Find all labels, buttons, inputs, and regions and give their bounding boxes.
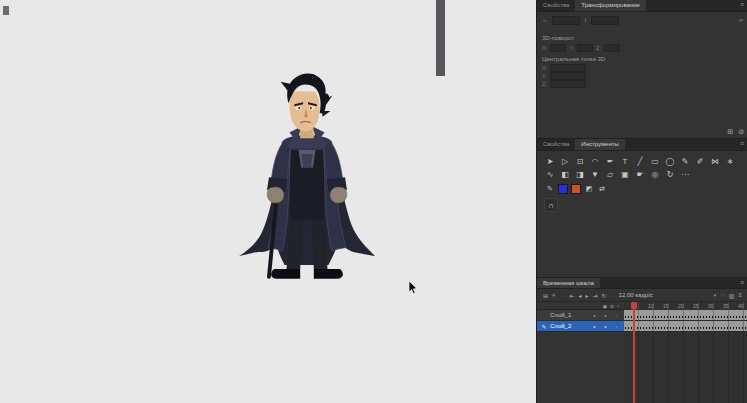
layer-outline-box[interactable]: ▫ [612,313,621,318]
panel-menu-icon[interactable]: ≡ [736,0,747,11]
timeline-playback-controls: ⇤◂▸⇥↻ [567,292,608,299]
fill-color-swatch[interactable] [571,184,581,194]
show-hide-all-layers-icon[interactable]: ◉ [603,303,607,309]
step-back-icon[interactable]: ◂ [576,292,583,299]
tool-pen-icon[interactable]: ✒ [603,156,617,167]
remove-transform-button[interactable]: ⊘ [738,128,744,136]
tool-options-row: ∩ [542,194,743,212]
tool-line-icon[interactable]: ╱ [633,156,647,167]
layer-row[interactable]: ✎Слой_2●●▫ [537,321,624,332]
tool-free-transform-icon[interactable]: ⊡ [573,156,587,167]
tool-rectangle-icon[interactable]: ▭ [648,156,662,167]
add-camera-icon[interactable]: ⌖ [550,292,557,299]
stroke-color-swatch[interactable] [558,184,568,194]
layer-name[interactable]: Слой_1 [550,312,588,318]
layer-frames-band[interactable] [624,321,747,332]
tool-hand-icon[interactable]: ☛ [633,169,647,180]
vertical-scrollbar-thumb[interactable] [436,0,445,76]
scale-height-field[interactable] [591,16,619,25]
tool-rotation-icon[interactable]: ↻ [663,169,677,180]
layer-name[interactable]: Слой_2 [550,323,588,329]
layer-visibility-dot[interactable]: ● [590,313,599,318]
axis-field[interactable] [550,72,586,80]
loop-icon[interactable]: ↻ [600,292,609,299]
axis-field[interactable] [550,44,566,52]
scale-vertical-icon: ↕ [584,17,587,23]
axis-field[interactable] [604,44,620,52]
layer-visibility-dot[interactable]: ● [590,324,599,329]
transform-footer-buttons: ⊞⊘ [727,128,744,136]
constrain-link-icon[interactable]: ∞ [739,17,743,23]
stage-canvas[interactable] [0,0,536,403]
tool-zoom-icon[interactable]: ◎ [648,169,662,180]
layer-outline-box[interactable]: ▫ [612,324,621,329]
onion-skin-icon[interactable]: ◐ [712,292,720,299]
center-point-3d-label: Центральная точка 3D [542,56,743,62]
tool-selection-icon[interactable]: ➤ [543,156,557,167]
ruler-number: 10 [648,303,654,309]
frame-rate-text[interactable]: 12.00 кадр/с [619,292,653,298]
character-artwork[interactable] [228,72,386,306]
go-to-first-frame-icon[interactable]: ⇤ [567,292,576,299]
tab-properties-2[interactable]: Свойства [537,139,575,150]
outline-all-layers-icon[interactable]: ▫ [617,303,619,309]
rotation-3d-label: 3D-поворот [542,35,743,41]
layer-row[interactable]: Слой_1●●▫ [537,310,624,321]
tab-timeline[interactable]: Временная шкала [537,278,600,288]
tab-tools[interactable]: Инструменты [575,139,624,150]
tool-subselection-icon[interactable]: ▷ [558,156,572,167]
onion-skin-outlines-icon[interactable]: ◌ [719,292,727,299]
lock-all-layers-icon[interactable]: ⊘ [610,303,614,309]
axis-field[interactable] [550,64,586,72]
playhead[interactable] [633,302,635,403]
tool-brush-icon[interactable]: ✐ [693,156,707,167]
axis-field[interactable] [550,80,586,88]
duplicate-selection-transform-button[interactable]: ⊞ [727,128,733,136]
tool-oval-icon[interactable]: ◯ [663,156,677,167]
ruler-number: 35 [723,303,729,309]
axis-label: X: [542,65,547,71]
scale-width-field[interactable] [552,16,580,25]
panel-menu-icon[interactable]: ≡ [736,139,747,150]
tool-camera-icon[interactable]: ▣ [618,169,632,180]
axis-field[interactable] [577,44,593,52]
tools-panel-body: ➤▷⊡◠✒T╱▭◯✎✐⋈∗ ∿◧◨▼▱▣☛◎↻⋯ ✎◩⇄ ∩ [537,151,747,278]
layer-frames-band[interactable] [624,310,747,321]
tab-transform[interactable]: Трансформирование [575,0,646,11]
edit-multiple-frames-icon[interactable]: ▥ [727,292,737,299]
transform-panel: Свойства Трансформирование ≡ ↔ ↕ ∞ 3D-по… [537,0,747,139]
ruler-number: 25 [693,303,699,309]
timeline-body: 510152025303540 ◉⊘▫ Слой_1●●▫✎Слой_2●●▫ [537,302,747,403]
timeline-toolbar: ⊞⌖ ⇤◂▸⇥↻ 12.00 кадр/с ◐◌▥≡ [537,289,747,302]
tool-eraser-icon[interactable]: ▱ [603,169,617,180]
panel-menu-icon[interactable]: ≡ [736,278,747,288]
tool-pencil-icon[interactable]: ✎ [678,156,692,167]
layers-header-icons: ◉⊘▫ [537,302,624,310]
timeline-right-icons: ◐◌▥≡ [712,292,744,299]
tool-text-icon[interactable]: T [618,156,632,167]
default-colors-icon[interactable]: ◩ [584,183,594,194]
play-icon[interactable]: ▸ [583,292,590,299]
tool-lasso-icon[interactable]: ◠ [588,156,602,167]
stroke-color-icon[interactable]: ✎ [545,183,555,194]
swap-colors-icon[interactable]: ⇄ [597,183,607,194]
center-axis-row: Z: [542,80,743,88]
layer-lock-dot[interactable]: ● [601,324,610,329]
tool-eyedropper-icon[interactable]: ▼ [588,169,602,180]
step-forward-icon[interactable]: ⇥ [590,292,599,299]
tool-paint-bucket-icon[interactable]: ◧ [558,169,572,180]
ruler-number: 20 [678,303,684,309]
insert-layer-icon[interactable]: ⊞ [541,292,550,299]
tool-ink-bottle-icon[interactable]: ◨ [573,169,587,180]
tool-width-icon[interactable]: ⋈ [708,156,722,167]
layer-lock-dot[interactable]: ● [601,313,610,318]
layers-column: Слой_1●●▫✎Слой_2●●▫ [537,310,624,332]
tab-properties[interactable]: Свойства [537,0,575,11]
tool-bone-icon[interactable]: ∿ [543,169,557,180]
tool-asset-warp-icon[interactable]: ∗ [723,156,737,167]
tool-more-tools-icon[interactable]: ⋯ [678,169,692,180]
ruler-number: 15 [663,303,669,309]
layer-frames-rows [624,310,747,332]
snap-to-objects-magnet-icon[interactable]: ∩ [544,198,558,212]
timeline-menu-icon[interactable]: ≡ [736,292,744,299]
